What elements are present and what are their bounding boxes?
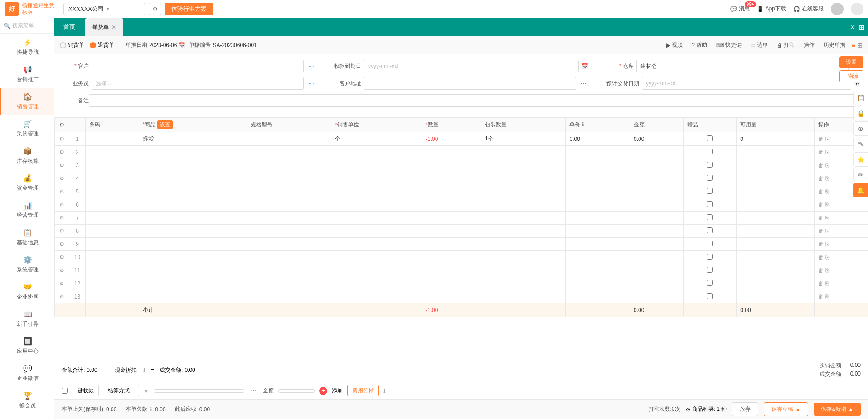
row-amount-5[interactable] [630, 198, 684, 212]
row-barcode-12[interactable] [86, 290, 139, 303]
row-spec-3[interactable] [247, 172, 331, 185]
discard-button[interactable]: 放弃 [732, 402, 758, 416]
delete-row-icon-3[interactable]: 🗑 [818, 175, 824, 182]
remark-input[interactable] [89, 94, 861, 107]
sidebar-item-shortcut[interactable]: ⚡ 快捷导航 [0, 34, 54, 61]
row-product-12[interactable] [139, 290, 247, 303]
row-unit-8[interactable] [331, 238, 422, 251]
float-btn-6[interactable]: ✏ [853, 168, 868, 182]
row-price-8[interactable] [566, 238, 630, 251]
copy-row-icon-3[interactable]: ⎘ [825, 175, 829, 182]
add-payment-button[interactable]: + [319, 387, 327, 395]
row-pkg-qty-1[interactable] [481, 146, 566, 159]
select-order-button[interactable]: ☰ 选单 [748, 40, 771, 50]
row-unit-9[interactable] [331, 251, 422, 264]
row-qty-7[interactable] [422, 225, 481, 238]
float-btn-4[interactable]: ✎ [853, 137, 868, 151]
copy-row-icon-0[interactable]: ⎘ [825, 136, 829, 142]
row-product-11[interactable] [139, 277, 247, 290]
row-unit-4[interactable] [331, 185, 422, 198]
row-pkg-qty-7[interactable] [481, 225, 566, 238]
row-barcode-6[interactable] [86, 212, 139, 225]
row-amount-11[interactable] [630, 277, 684, 290]
copy-row-icon-11[interactable]: ⎘ [825, 280, 829, 287]
setup-button[interactable]: 设置 [839, 56, 863, 68]
row-price-1[interactable] [566, 146, 630, 159]
row-pkg-qty-0[interactable]: 1个 [481, 132, 566, 146]
row-amount-9[interactable] [630, 251, 684, 264]
row-barcode-11[interactable] [86, 277, 139, 290]
help-button[interactable]: ? 帮助 [689, 40, 710, 50]
copy-row-icon-8[interactable]: ⎘ [825, 241, 829, 247]
row-unit-3[interactable] [331, 172, 422, 185]
calendar-icon[interactable]: 📅 [179, 42, 185, 48]
copy-row-icon-6[interactable]: ⎘ [825, 215, 829, 221]
row-spec-1[interactable] [247, 146, 331, 159]
row-gear-3[interactable]: ⚙ [55, 172, 69, 185]
float-btn-5[interactable]: ⭐ [853, 152, 868, 167]
salesman-more-icon[interactable]: ··· [306, 79, 316, 87]
row-pkg-qty-11[interactable] [481, 277, 566, 290]
delete-row-icon-9[interactable]: 🗑 [818, 254, 824, 260]
row-product-3[interactable] [139, 172, 247, 185]
delete-row-icon-7[interactable]: 🗑 [818, 228, 824, 234]
row-price-6[interactable] [566, 212, 630, 225]
row-price-10[interactable] [566, 264, 630, 277]
settlement-method-select[interactable]: 结算方式 [98, 385, 139, 396]
salesman-input[interactable]: 选择... [92, 77, 304, 90]
avatar2[interactable] [851, 3, 863, 15]
row-pkg-qty-5[interactable] [481, 198, 566, 212]
operation-button[interactable]: 操作 [801, 40, 817, 50]
row-pkg-qty-6[interactable] [481, 212, 566, 225]
copy-row-icon-9[interactable]: ⎘ [825, 254, 829, 260]
settlement-dropdown-icon[interactable]: ▼ [144, 388, 149, 394]
sidebar-item-finance[interactable]: 💰 资金管理 [0, 169, 54, 197]
row-gear-7[interactable]: ⚙ [55, 225, 69, 238]
settings-icon[interactable]: ⚙ [149, 3, 161, 15]
row-product-5[interactable] [139, 198, 247, 212]
customer-more-icon[interactable]: ··· [306, 62, 316, 70]
delete-row-icon-10[interactable]: 🗑 [818, 267, 824, 274]
float-btn-1[interactable]: 📋 [853, 91, 868, 105]
amount-input[interactable] [278, 389, 315, 393]
copy-row-icon-2[interactable]: ⎘ [825, 162, 829, 169]
save-new-button[interactable]: 保存&新增 ▲ [814, 403, 861, 416]
row-product-10[interactable] [139, 264, 247, 277]
row-gear-1[interactable]: ⚙ [55, 146, 69, 159]
row-price-4[interactable] [566, 185, 630, 198]
row-product-8[interactable] [139, 238, 247, 251]
row-amount-8[interactable] [630, 238, 684, 251]
address-more-icon[interactable]: ··· [579, 79, 588, 87]
row-spec-11[interactable] [247, 277, 331, 290]
row-qty-11[interactable] [422, 277, 481, 290]
sidebar-item-system[interactable]: ⚙️ 系统管理 [0, 251, 54, 278]
row-qty-3[interactable] [422, 172, 481, 185]
row-product-7[interactable] [139, 225, 247, 238]
row-gift-6[interactable] [683, 212, 737, 225]
company-selector[interactable]: XXXXXX公司 ▼ [63, 3, 145, 15]
row-price-12[interactable] [566, 290, 630, 303]
row-barcode-8[interactable] [86, 238, 139, 251]
row-gift-10[interactable] [683, 264, 737, 277]
row-qty-9[interactable] [422, 251, 481, 264]
one-click-payment-checkbox[interactable] [62, 388, 68, 394]
row-unit-5[interactable] [331, 198, 422, 212]
sidebar-item-basic[interactable]: 📋 基础信息 [0, 224, 54, 251]
delete-row-icon-11[interactable]: 🗑 [818, 280, 824, 287]
sidebar-item-inventory[interactable]: 📦 库存核算 [0, 142, 54, 169]
tab-close-icon[interactable]: ✕ [112, 24, 116, 30]
row-gear-2[interactable]: ⚙ [55, 159, 69, 172]
online-service-button[interactable]: 🎧 在线客服 [793, 5, 824, 13]
row-product-4[interactable] [139, 185, 247, 198]
row-gift-12[interactable] [683, 290, 737, 303]
row-gift-5[interactable] [683, 198, 737, 212]
row-gift-3[interactable] [683, 172, 737, 185]
row-barcode-10[interactable] [86, 264, 139, 277]
row-product-9[interactable] [139, 251, 247, 264]
save-draft-chevron[interactable]: ▲ [795, 406, 800, 413]
list-view-icon[interactable]: ≡ [852, 42, 855, 49]
print-button[interactable]: 🖨 打印 [774, 40, 797, 50]
row-gift-8[interactable] [683, 238, 737, 251]
row-spec-7[interactable] [247, 225, 331, 238]
sidebar-item-sales[interactable]: 🏠 销售管理 [0, 88, 54, 115]
